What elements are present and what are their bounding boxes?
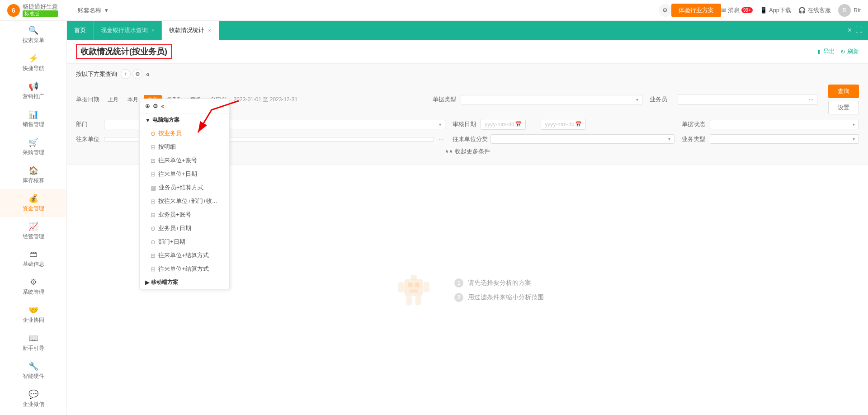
breadcrumb-arrow-icon[interactable]: ▾ <box>105 7 108 14</box>
expand-tabs-btn[interactable]: ⛶ <box>855 26 863 34</box>
page-header-actions: ⬆ 导出 ↻ 刷新 <box>816 47 859 56</box>
svg-rect-5 <box>410 275 416 279</box>
sidebar-item-enterprise[interactable]: 🤝 企业协同 <box>0 301 66 329</box>
scheme-item-partner-settlement2[interactable]: ⊟ 往来单位+结算方式 <box>140 262 229 276</box>
app-download-btn[interactable]: 📱 App下载 <box>760 6 791 14</box>
scheme-item-sales-date[interactable]: ⊙ 业务员+日期 <box>140 222 229 235</box>
sidebar-item-wechat[interactable]: 💬 企业微信 <box>0 385 66 413</box>
query-btn[interactable]: 查询 <box>828 85 859 98</box>
app-name: 畅捷通好生意 <box>23 3 58 10</box>
system-icon: ⚙ <box>30 277 37 287</box>
sidebar-item-guide[interactable]: 📖 新手引导 <box>0 329 66 357</box>
tab-collection-stats-close[interactable]: × <box>208 28 211 33</box>
collapse-panel-btn[interactable]: « <box>146 71 150 78</box>
scheme-partner-settle2-icon: ⊟ <box>151 266 156 273</box>
scheme-item-partner-settlement1[interactable]: ⊞ 往来单位+结算方式 <box>140 249 229 262</box>
bill-status-arrow-icon: ▾ <box>853 122 855 127</box>
review-date-from[interactable]: yyyy-mm-dd 📅 <box>481 119 526 130</box>
close-all-tabs-btn[interactable]: × <box>848 26 852 34</box>
scheme-setting-btn[interactable]: ⚙ <box>132 69 142 79</box>
scheme-panel: ⊕ ⚙ « ▼ 电脑端方案 ⊙ 按业务员 ⊞ 按明细 ⊟ <box>139 99 230 289</box>
svg-rect-1 <box>404 279 423 296</box>
scheme-mobile-group: ▶ 移动端方案 <box>140 276 229 289</box>
filter-item-dept: 部门 ▾ <box>76 120 445 129</box>
sidebar-item-inventory[interactable]: 🏠 库存核算 <box>0 161 66 189</box>
breadcrumb-text: 账套名称 <box>78 6 101 14</box>
review-date-label: 审核日期 <box>453 120 478 128</box>
user-avatar: R <box>838 4 851 17</box>
scheme-item-label-partner-dept: 按往来单位+部门+收... <box>158 197 217 205</box>
biz-type-arrow-icon: ▾ <box>853 137 855 141</box>
biz-type-label: 业务类型 <box>682 135 707 143</box>
sidebar-system-label: 系统管理 <box>23 288 44 296</box>
sidebar-item-hardware[interactable]: 🔧 智能硬件 <box>0 357 66 385</box>
scheme-item-by-salesperson[interactable]: ⊙ 按业务员 <box>140 127 229 140</box>
tab-cash-flow-close[interactable]: × <box>151 28 154 33</box>
filter-setting-btn[interactable]: 设置 <box>828 101 859 114</box>
scheme-item-partner-date[interactable]: ⊟ 往来单位+日期 <box>140 167 229 181</box>
logo-area: 6 畅捷通好生意 标准版 <box>7 3 74 17</box>
filter-item-bill-status: 单据状态 ▾ <box>682 120 859 129</box>
sidebar-item-business[interactable]: 📈 经营管理 <box>0 217 66 245</box>
scheme-panel-collapse-icon[interactable]: « <box>161 103 164 109</box>
sidebar-search-label: 搜索菜单 <box>23 37 44 44</box>
content-area: 首页 现金银行流水查询 × 收款情况统计 × × ⛶ 收款情况统计(按业务员) <box>67 21 868 415</box>
sidebar-item-quicknav[interactable]: ⚡ 快捷导航 <box>0 49 66 77</box>
sidebar-item-purchase[interactable]: 🛒 采购管理 <box>0 133 66 161</box>
sidebar-item-basic-info[interactable]: 🗃 基础信息 <box>0 245 66 273</box>
bill-type-select[interactable]: ▾ <box>461 95 642 104</box>
biz-type-select[interactable]: ▾ <box>710 134 859 144</box>
scheme-item-sales-account[interactable]: ⊟ 业务员+账号 <box>140 208 229 222</box>
partner-ellipsis-btn[interactable]: ··· <box>439 136 444 143</box>
sidebar-item-sales[interactable]: 📊 销售管理 <box>0 105 66 133</box>
sidebar-item-system[interactable]: ⚙ 系统管理 <box>0 273 66 301</box>
bill-status-select[interactable]: ▾ <box>710 120 859 129</box>
salesperson-select[interactable]: ··· <box>678 94 817 105</box>
partner-category-label: 往来单位分类 <box>453 135 488 143</box>
tab-home[interactable]: 首页 <box>67 21 94 40</box>
message-btn[interactable]: ✉ 消息 99+ <box>721 6 753 14</box>
settings-gear-btn[interactable]: ⚙ <box>659 4 671 17</box>
tab-collection-stats-label: 收款情况统计 <box>169 26 204 34</box>
scheme-item-by-detail[interactable]: ⊞ 按明细 <box>140 140 229 154</box>
sidebar-item-marketing[interactable]: 📢 营销推广 <box>0 77 66 105</box>
svg-rect-9 <box>415 296 421 305</box>
scheme-partner-date-icon: ⊟ <box>151 171 156 178</box>
sidebar-item-vip[interactable]: 👑 畅会员 <box>0 413 66 415</box>
date-btn-last-month[interactable]: 上月 <box>104 95 122 104</box>
scheme-item-partner-account[interactable]: ⊟ 往来单位+账号 <box>140 154 229 167</box>
sidebar-enterprise-label: 企业协同 <box>23 316 44 324</box>
scheme-item-dept-date[interactable]: ⊙ 部门+日期 <box>140 235 229 249</box>
tab-collection-stats[interactable]: 收款情况统计 × <box>162 21 218 40</box>
review-date-to[interactable]: yyyy-mm-dd 📅 <box>541 119 586 130</box>
scheme-panel-add-icon[interactable]: ⊕ <box>145 103 150 109</box>
scheme-desktop-arrow-icon[interactable]: ▼ <box>145 117 151 123</box>
partner-category-select[interactable]: ▾ <box>491 134 674 144</box>
svg-rect-2 <box>408 283 413 287</box>
review-date-to-text: yyyy-mm-dd <box>545 121 574 127</box>
date-range-text: 2023-01-01 至 2023-12-31 <box>234 96 297 104</box>
user-area[interactable]: R Rit <box>838 4 861 17</box>
salesperson-extra-icon: ··· <box>809 96 813 103</box>
sidebar-item-finance[interactable]: 💰 资金管理 <box>0 189 66 217</box>
add-scheme-btn[interactable]: + <box>121 69 131 79</box>
scheme-mobile-arrow-icon[interactable]: ▶ <box>145 279 149 286</box>
sidebar-item-search[interactable]: 🔍 搜索菜单 <box>0 21 66 49</box>
scheme-item-sales-payment[interactable]: ▦ 业务员+结算方式 <box>140 181 229 194</box>
bill-type-arrow-icon: ▾ <box>636 97 638 102</box>
review-date-from-text: yyyy-mm-dd <box>485 121 514 127</box>
tab-cash-flow[interactable]: 现金银行流水查询 × <box>94 21 162 40</box>
main-layout: 🔍 搜索菜单 ⚡ 快捷导航 📢 营销推广 📊 销售管理 🛒 采购管理 🏠 库存核… <box>0 21 868 415</box>
purchase-icon: 🛒 <box>28 137 38 147</box>
step-2-num: 2 <box>454 293 463 302</box>
trial-industry-btn[interactable]: 体验行业方案 <box>671 4 721 17</box>
sidebar-inventory-label: 库存核算 <box>23 177 44 184</box>
scheme-item-label-sales-payment: 业务员+结算方式 <box>159 184 203 192</box>
scheme-panel-setting-icon[interactable]: ⚙ <box>153 103 158 109</box>
scheme-item-partner-dept[interactable]: ⊟ 按往来单位+部门+收... <box>140 194 229 208</box>
online-service-btn[interactable]: 🎧 在线客服 <box>798 6 831 14</box>
finance-icon: 💰 <box>28 193 38 203</box>
filter-item-bill-type: 单据类型 ▾ <box>433 95 642 104</box>
export-btn[interactable]: ⬆ 导出 <box>816 47 835 56</box>
refresh-btn[interactable]: ↻ 刷新 <box>840 47 859 56</box>
